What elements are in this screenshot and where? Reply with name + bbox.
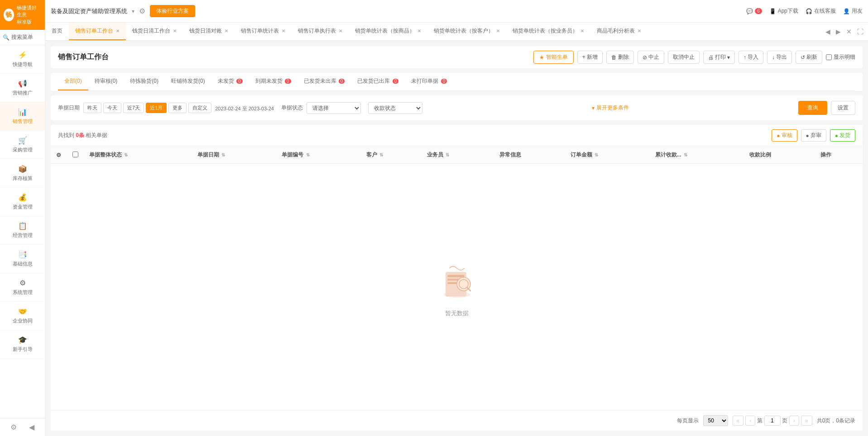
import-button[interactable]: ↑ 导入 <box>739 51 763 64</box>
sort-amount-icon[interactable]: ⇅ <box>595 152 598 157</box>
settings-icon[interactable]: ⚙ <box>139 7 145 15</box>
yesterday-btn[interactable]: 昨天 <box>83 103 101 113</box>
filter-tab-all[interactable]: 全部(0) <box>58 73 88 90</box>
show-detail-checkbox-label[interactable]: 显示明细 <box>826 53 855 61</box>
status-select[interactable]: 请选择 <box>307 102 361 114</box>
sidebar-item-guide[interactable]: 🎓 新手引导 <box>0 330 45 359</box>
tab-sales-stats[interactable]: 销售订单统计表 ✕ <box>235 23 292 40</box>
filter-tab-wangpu[interactable]: 旺铺待发货(0) <box>165 73 211 90</box>
sidebar-item-label: 新手引导 <box>13 346 33 353</box>
tab-close-cash-reconcile[interactable]: ✕ <box>225 28 228 33</box>
last7-btn[interactable]: 近7天 <box>123 103 144 113</box>
sidebar-item-operations[interactable]: 📋 经营管理 <box>0 216 45 245</box>
page-size-select[interactable]: 50 10 20 100 <box>703 415 728 426</box>
show-detail-checkbox[interactable] <box>826 54 832 60</box>
stop-button[interactable]: ⊘ 中止 <box>638 51 664 64</box>
tab-sales-single-product[interactable]: 销货单统计表（按商品） ✕ <box>349 23 427 40</box>
tab-home[interactable]: 首页 <box>45 23 69 40</box>
sidebar-search[interactable]: 🔍 搜索菜单 <box>0 30 45 45</box>
settings-icon[interactable]: ⚙ <box>10 423 17 431</box>
more-btn[interactable]: 更多 <box>168 103 187 113</box>
tab-close-sales-exec[interactable]: ✕ <box>339 28 342 33</box>
sort-received-icon[interactable]: ⇅ <box>684 152 687 157</box>
tab-close-all-button[interactable]: ✕ <box>844 26 854 37</box>
query-button[interactable]: 查询 <box>798 101 827 115</box>
sort-customer-icon[interactable]: ⇅ <box>379 152 383 157</box>
export-button[interactable]: ↓ 导出 <box>767 51 792 64</box>
tab-next-button[interactable]: ▶ <box>834 26 843 37</box>
tab-close-single-customer[interactable]: ✕ <box>496 28 500 33</box>
filter-tab-pending-inspect[interactable]: 待拣验货(0) <box>124 73 165 90</box>
tab-product-margin[interactable]: 商品毛利分析表 ✕ <box>590 23 647 40</box>
select-all-checkbox[interactable] <box>72 152 78 157</box>
tab-close-single-product[interactable]: ✕ <box>417 28 421 33</box>
table-scroll[interactable]: ⚙ 单据整体状态 ⇅ 单据日期 ⇅ <box>51 147 863 164</box>
filter-tab-pending-audit[interactable]: 待审核(0) <box>88 73 124 90</box>
delete-button[interactable]: 🗑 删除 <box>606 51 634 64</box>
tab-cash-daily[interactable]: 钱货日清工作台 ✕ <box>126 23 183 40</box>
tab-sales-single-staff-label: 销货单统计表（按业务员） <box>513 27 578 35</box>
filter-tab-shipped-not-out[interactable]: 已发货未出库 0 <box>297 73 351 90</box>
sidebar-item-finance[interactable]: 💰 资金管理 <box>0 188 45 216</box>
shipped-not-out-badge: 0 <box>339 79 345 84</box>
tab-close-product-margin[interactable]: ✕ <box>638 28 641 33</box>
tab-fullscreen-button[interactable]: ⛶ <box>855 26 865 37</box>
sort-salesperson-icon[interactable]: ⇅ <box>446 152 449 157</box>
online-service-button[interactable]: 🎧 在线客服 <box>806 7 836 15</box>
audit-button[interactable]: ● 审核 <box>772 129 797 142</box>
sidebar-item-marketing[interactable]: 📢 营销推广 <box>0 74 45 102</box>
first-page-button[interactable]: « <box>733 416 744 426</box>
app-download-button[interactable]: 📱 App下载 <box>769 7 798 15</box>
setting-button[interactable]: 设置 <box>831 101 855 115</box>
page-input[interactable] <box>764 416 781 426</box>
print-button[interactable]: 🖨 打印 ▾ <box>703 51 735 64</box>
tab-sales-workbench[interactable]: 销售订单工作台 ✕ <box>69 23 126 40</box>
tab-sales-single-staff[interactable]: 销货单统计表（按业务员） ✕ <box>506 23 590 40</box>
sidebar-item-system[interactable]: ⚙ 系统管理 <box>0 273 45 302</box>
user-menu[interactable]: 👤 用友 <box>843 7 863 15</box>
smart-create-button[interactable]: ★ 智能生单 <box>533 51 574 64</box>
expand-conditions-button[interactable]: ▾ 展开更多条件 <box>592 104 629 112</box>
tab-close-single-staff[interactable]: ✕ <box>580 28 584 33</box>
status-field: 单据状态 请选择 <box>281 102 361 114</box>
add-button[interactable]: + 新增 <box>577 51 603 64</box>
experience-button[interactable]: 体验行业方案 <box>150 5 195 17</box>
next-page-button[interactable]: › <box>789 416 799 426</box>
payment-status-select[interactable]: 收款状态 <box>368 102 422 114</box>
tab-prev-button[interactable]: ◀ <box>824 26 832 37</box>
today-btn[interactable]: 今天 <box>103 103 121 113</box>
sidebar-item-basic-info[interactable]: 📑 基础信息 <box>0 245 45 273</box>
col-customer: 客户 ⇅ <box>361 147 422 164</box>
filter-tab-overdue[interactable]: 到期未发货 0 <box>249 73 297 90</box>
sort-status-icon[interactable]: ⇅ <box>124 152 128 157</box>
dropdown-icon[interactable]: ▾ <box>132 8 134 14</box>
tab-close-cash-daily[interactable]: ✕ <box>173 28 177 33</box>
revoke-button[interactable]: ● 弃审 <box>801 129 826 142</box>
tab-close-sales-workbench[interactable]: ✕ <box>116 28 120 33</box>
refresh-button[interactable]: ↺ 刷新 <box>796 51 822 64</box>
tab-sales-exec[interactable]: 销售订单执行表 ✕ <box>292 23 349 40</box>
sidebar-item-inventory[interactable]: 📦 库存核算 <box>0 159 45 188</box>
collapse-icon[interactable]: ◀ <box>29 423 34 431</box>
sort-date-icon[interactable]: ⇅ <box>221 152 225 157</box>
tab-close-sales-stats[interactable]: ✕ <box>282 28 285 33</box>
cancel-stop-button[interactable]: 取消中止 <box>668 51 700 64</box>
sidebar-item-collab[interactable]: 🤝 企业协同 <box>0 302 45 330</box>
last-page-button[interactable]: » <box>801 416 812 426</box>
sidebar-item-quick-nav[interactable]: ⚡ 快捷导航 <box>0 45 45 74</box>
column-settings-icon[interactable]: ⚙ <box>56 152 61 158</box>
message-button[interactable]: 💬 6 💬 <box>746 8 762 14</box>
prev-page-button[interactable]: ‹ <box>745 416 755 426</box>
filter-tab-unprinted[interactable]: 未打印单据 0 <box>405 73 453 90</box>
tab-cash-reconcile[interactable]: 钱货日清对账 ✕ <box>183 23 235 40</box>
filter-tab-shipped-out[interactable]: 已发货已出库 0 <box>351 73 405 90</box>
custom-btn[interactable]: 自定义 <box>188 103 211 113</box>
sidebar-item-sales[interactable]: 📊 销售管理 <box>0 102 45 131</box>
filter-tab-unshipped[interactable]: 未发货 0 <box>211 73 249 90</box>
last1month-btn[interactable]: 近1月 <box>146 103 167 113</box>
tab-sales-single-customer[interactable]: 销货单统计表（按客户） ✕ <box>427 23 506 40</box>
ship-button[interactable]: ● 发货 <box>830 129 855 142</box>
filter-tab-pending-inspect-label: 待拣验货(0) <box>130 78 158 84</box>
sidebar-item-purchase[interactable]: 🛒 采购管理 <box>0 131 45 159</box>
sort-number-icon[interactable]: ⇅ <box>306 152 310 157</box>
